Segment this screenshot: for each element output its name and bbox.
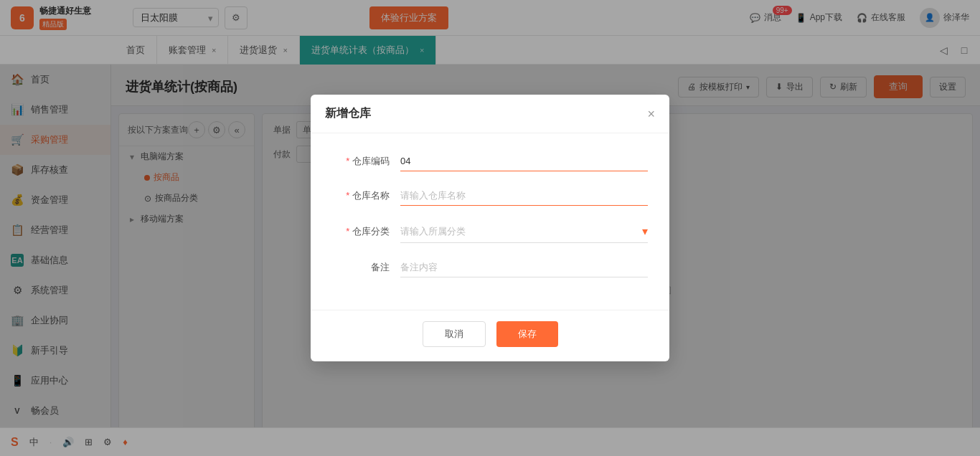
category-label: 仓库分类 xyxy=(332,225,390,238)
remark-input[interactable] xyxy=(400,257,648,277)
category-chevron-icon: ▾ xyxy=(642,224,648,238)
form-row-name: 仓库名称 xyxy=(332,186,648,206)
category-select[interactable]: 请输入所属分类 ▾ xyxy=(400,220,648,243)
modal-header: 新增仓库 × xyxy=(311,95,669,133)
modal-new-warehouse: 新增仓库 × 仓库编码 仓库名称 仓库分类 请输入所属分类 ▾ xyxy=(311,95,669,361)
form-row-category: 仓库分类 请输入所属分类 ▾ xyxy=(332,220,648,243)
category-placeholder: 请输入所属分类 xyxy=(400,225,466,238)
modal-overlay[interactable]: 新增仓库 × 仓库编码 仓库名称 仓库分类 请输入所属分类 ▾ xyxy=(0,0,980,456)
name-label: 仓库名称 xyxy=(332,189,390,202)
name-input[interactable] xyxy=(400,186,648,206)
save-button[interactable]: 保存 xyxy=(496,321,558,347)
form-row-code: 仓库编码 xyxy=(332,151,648,171)
modal-title: 新增仓库 xyxy=(325,106,371,121)
code-label: 仓库编码 xyxy=(332,155,390,168)
modal-body: 仓库编码 仓库名称 仓库分类 请输入所属分类 ▾ 备注 xyxy=(311,133,669,310)
code-input[interactable] xyxy=(400,151,648,171)
modal-close-btn[interactable]: × xyxy=(647,108,655,120)
modal-footer: 取消 保存 xyxy=(311,310,669,361)
form-row-remark: 备注 xyxy=(332,257,648,277)
cancel-button[interactable]: 取消 xyxy=(423,321,486,347)
remark-label: 备注 xyxy=(332,261,390,274)
